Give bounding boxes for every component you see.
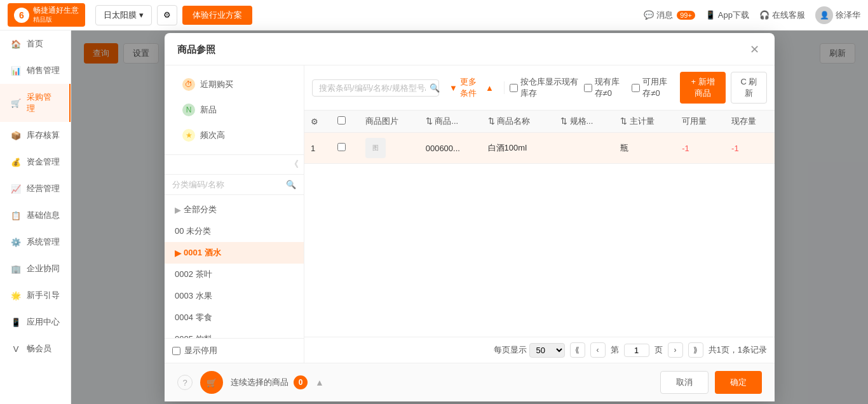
- page-last-btn[interactable]: ⟫: [688, 342, 703, 358]
- headset-icon: 🎧: [759, 10, 770, 20]
- confirm-btn[interactable]: 确定: [715, 371, 762, 394]
- modal-toolbar: 🔍 ▼ 更多条件 ▲ 按仓库显示现有库存: [304, 65, 775, 111]
- cart-icon: 🛒: [207, 378, 217, 387]
- sort-icon: ⇅: [560, 116, 567, 126]
- purchase-icon: 🛒: [10, 97, 22, 109]
- modal-nav-new[interactable]: N 新品: [172, 97, 296, 123]
- page-size-dropdown[interactable]: 50 20 100 200: [529, 343, 565, 358]
- warehouse-display-filter[interactable]: 按仓库显示现有库存: [510, 76, 579, 99]
- cart-icon-btn[interactable]: 🛒: [200, 371, 223, 394]
- sidebar-item-operations[interactable]: 📈 经营管理: [0, 175, 71, 202]
- th-name[interactable]: ⇅ 商品名称: [482, 111, 554, 133]
- home-icon: 🏠: [10, 38, 22, 50]
- selected-count-area: 连续选择的商品 0: [231, 375, 308, 389]
- cell-name: 白酒100ml: [482, 133, 554, 164]
- sidebar-item-purchase[interactable]: 🛒 采购管理: [0, 84, 71, 122]
- modal-close-button[interactable]: ✕: [747, 42, 762, 57]
- category-all[interactable]: ▶ 全部分类: [165, 199, 304, 220]
- cell-seq: 1: [304, 133, 331, 164]
- sidebar-item-basic[interactable]: 📋 基础信息: [0, 202, 71, 229]
- page-first-btn[interactable]: ⟪: [570, 342, 585, 358]
- online-service-btn[interactable]: 🎧 在线客服: [759, 10, 805, 21]
- sidebar-item-system[interactable]: ⚙️ 系统管理: [0, 229, 71, 255]
- modal-footer-left: ? 🛒 连续选择的商品 0 ▲: [177, 371, 324, 394]
- th-available: 可用量: [675, 111, 725, 133]
- modal-overlay: 商品参照 ✕ ⏱ 近期购买: [71, 30, 868, 404]
- product-search-input[interactable]: [319, 83, 426, 93]
- th-code[interactable]: ⇅ 商品...: [419, 111, 482, 133]
- user-menu[interactable]: 👤 徐泽华: [815, 6, 860, 24]
- product-table-body: 1 图 000600... 白酒100ml 瓶 -1 -1: [304, 133, 775, 164]
- modal-pagination: 每页显示 50 20 100 200 ⟪ ‹ 第: [304, 337, 775, 363]
- available-ne0-filter[interactable]: 现有库存≠0: [584, 76, 627, 99]
- pagination-total: 共1页，1条记录: [709, 344, 767, 356]
- settings-icon[interactable]: ⚙: [311, 117, 318, 126]
- page-prev-btn[interactable]: ‹: [590, 342, 606, 358]
- sidebar-item-finance[interactable]: 💰 资金管理: [0, 149, 71, 175]
- logo[interactable]: 6 畅捷通好生意 精品版: [8, 3, 85, 27]
- arrow-icon: ▶: [175, 205, 181, 215]
- sidebar-item-home[interactable]: 🏠 首页: [0, 30, 71, 57]
- refresh-btn[interactable]: C 刷新: [731, 72, 767, 104]
- experience-btn[interactable]: 体验行业方案: [182, 6, 252, 25]
- category-search-input[interactable]: [172, 180, 282, 189]
- logo-text: 畅捷通好生意 精品版: [33, 6, 79, 25]
- category-0001[interactable]: ▶ 0001 酒水: [165, 242, 304, 264]
- sidebar-item-guide[interactable]: 🌟 新手引导: [0, 282, 71, 309]
- search-icon[interactable]: 🔍: [430, 83, 440, 93]
- inventory-icon: 📦: [10, 130, 22, 141]
- modal-footer-right: 取消 确定: [660, 371, 762, 394]
- table-row[interactable]: 1 图 000600... 白酒100ml 瓶 -1 -1: [304, 133, 775, 164]
- modal-body: ⏱ 近期购买 N 新品 ★ 频次高: [165, 65, 775, 363]
- search-icon[interactable]: 🔍: [286, 180, 296, 189]
- messages-btn[interactable]: 💬 消息 99+: [644, 10, 695, 21]
- warehouse-checkbox[interactable]: [510, 84, 518, 92]
- sidebar-item-inventory[interactable]: 📦 库存核算: [0, 122, 71, 149]
- page-number-input[interactable]: [624, 344, 649, 357]
- category-0002[interactable]: 0002 茶叶: [165, 264, 304, 285]
- nav-dropdown[interactable]: 日太阳膜 ▾: [95, 5, 152, 25]
- category-list: ▶ 全部分类 00 未分类 ▶ 0001 酒水 0002 茶: [165, 195, 304, 338]
- th-spec[interactable]: ⇅ 规格...: [554, 111, 614, 133]
- cancel-btn[interactable]: 取消: [660, 371, 709, 394]
- category-0003[interactable]: 0003 水果: [165, 285, 304, 307]
- toolbar-right: + 新增商品 C 刷新: [680, 72, 767, 104]
- modal-sidebar: ⏱ 近期购买 N 新品 ★ 频次高: [165, 65, 304, 363]
- expand-icon[interactable]: ▲: [315, 377, 324, 387]
- category-0004[interactable]: 0004 零食: [165, 307, 304, 328]
- category-00[interactable]: 00 未分类: [165, 220, 304, 242]
- separator: [504, 81, 505, 94]
- th-unit[interactable]: ⇅ 主计量: [614, 111, 675, 133]
- add-product-btn[interactable]: + 新增商品: [680, 72, 726, 104]
- modal-nav-recent[interactable]: ⏱ 近期购买: [172, 72, 296, 97]
- app-download-btn[interactable]: 📱 App下载: [705, 10, 749, 21]
- category-0005[interactable]: 0005 饮料: [165, 328, 304, 338]
- guide-icon: 🌟: [10, 290, 22, 301]
- page-next-btn[interactable]: ›: [668, 342, 683, 358]
- table-header-row: ⚙ 商品图片: [304, 111, 775, 133]
- help-icon[interactable]: ?: [177, 375, 193, 390]
- recent-icon: ⏱: [182, 78, 195, 91]
- sidebar-item-app-center[interactable]: 📱 应用中心: [0, 309, 71, 335]
- sidebar: 🏠 首页 📊 销售管理 🛒 采购管理 📦 库存核算 💰 资金管理 📈 经营管理 …: [0, 30, 71, 404]
- settings-icon[interactable]: ⚙: [157, 5, 177, 25]
- select-all-checkbox[interactable]: [337, 116, 346, 125]
- usable-ne0-filter[interactable]: 可用库存≠0: [632, 76, 675, 99]
- new-icon: N: [182, 104, 195, 116]
- row-checkbox[interactable]: [337, 143, 346, 151]
- show-disabled-checkbox[interactable]: [172, 347, 180, 355]
- member-icon: V: [10, 343, 22, 354]
- sort-icon: ⇅: [488, 116, 495, 126]
- more-filter-btn[interactable]: ▼ 更多条件 ▲: [444, 73, 499, 102]
- available-ne0-checkbox[interactable]: [584, 84, 592, 92]
- modal-nav-freq[interactable]: ★ 频次高: [172, 123, 296, 148]
- product-search-box: 🔍: [312, 79, 439, 97]
- collapse-icon[interactable]: 《: [290, 159, 299, 170]
- usable-ne0-checkbox[interactable]: [632, 84, 640, 92]
- show-disabled-label[interactable]: 显示停用: [184, 345, 217, 356]
- sidebar-item-member[interactable]: V 畅会员: [0, 335, 71, 362]
- sidebar-item-sales[interactable]: 📊 销售管理: [0, 57, 71, 84]
- nav-center: 日太阳膜 ▾ ⚙ 体验行业方案: [95, 5, 644, 25]
- sidebar-item-enterprise[interactable]: 🏢 企业协同: [0, 255, 71, 282]
- selected-count-badge: 0: [294, 375, 308, 389]
